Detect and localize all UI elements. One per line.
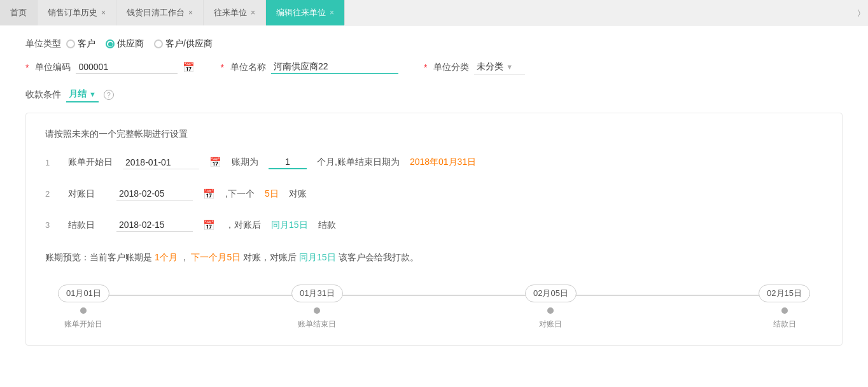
- tab-cash-work-label: 钱货日清工作台: [127, 7, 185, 18]
- tab-edit-partner[interactable]: 编辑往来单位 ×: [266, 0, 345, 25]
- tab-edit-partner-close[interactable]: ×: [330, 8, 334, 17]
- preview-part1: 1个月: [155, 252, 178, 262]
- radio-both[interactable]: 客户/供应商: [154, 38, 213, 50]
- tab-partner-close[interactable]: ×: [251, 8, 255, 17]
- radio-supplier[interactable]: 供应商: [106, 38, 144, 50]
- preview-suffix: 该客户会给我打款。: [339, 252, 419, 262]
- timeline-point-2: 02月05日 对账日: [525, 285, 577, 330]
- tab-partner[interactable]: 往来单位 ×: [204, 0, 266, 25]
- payment-help-icon[interactable]: ?: [104, 90, 114, 100]
- row-3-label: 结款日: [68, 220, 106, 231]
- payment-dropdown-icon: ▼: [89, 90, 96, 98]
- timeline-label-3: 结款日: [773, 319, 796, 330]
- row-2-highlight: 5日: [265, 188, 279, 200]
- timeline-points: 01月01日 账单开始日 01月31日 账单结束日 02月05日 对账日 02月…: [58, 285, 810, 330]
- timeline-container: 01月01日 账单开始日 01月31日 账单结束日 02月05日 对账日 02月…: [45, 285, 823, 330]
- row-2-label: 对账日: [68, 188, 106, 200]
- main-content: 单位类型 客户 供应商 客户/供应商 * 单位编码: [0, 25, 868, 387]
- row-2-num: 2: [45, 189, 58, 199]
- payment-condition-field: 收款条件 月结 ▼ ?: [25, 87, 114, 102]
- timeline-point-3: 02月15日 结款日: [759, 285, 810, 330]
- preview-sep1: ，: [180, 252, 189, 262]
- unit-code-label: 单位编码: [35, 62, 71, 73]
- timeline-label-0: 账单开始日: [64, 319, 102, 330]
- settings-row-1: 1 账单开始日 📅 账期为 个月,账单结束日期为 2018年01月31日: [45, 155, 823, 169]
- code-name-category-row: * 单位编码 📅 * 单位名称 * 单位分类 未分类 ▼: [25, 60, 843, 74]
- category-dropdown-icon: ▼: [506, 63, 513, 71]
- tab-cash-work-close[interactable]: ×: [188, 8, 193, 17]
- row-3-desc-prefix: ，对账后: [225, 220, 261, 231]
- tab-bar: 首页 销售订单历史 × 钱货日清工作台 × 往来单位 × 编辑往来单位 × 〉: [0, 0, 868, 25]
- timeline-dot-2: [547, 307, 554, 314]
- payment-condition-label: 收款条件: [25, 89, 61, 101]
- row-1-date-input[interactable]: [123, 156, 199, 169]
- row-3-num: 3: [45, 220, 58, 230]
- row-3-date-input[interactable]: [116, 218, 193, 232]
- timeline-dot-1: [314, 307, 320, 314]
- tab-sales-history-label: 销售订单历史: [48, 7, 97, 18]
- tab-partner-label: 往来单位: [214, 7, 247, 18]
- unit-category-value: 未分类: [477, 61, 503, 73]
- unit-type-field: 单位类型 客户 供应商 客户/供应商: [25, 38, 213, 50]
- tab-sales-history-close[interactable]: ×: [101, 8, 106, 17]
- timeline-bubble-0: 01月01日: [58, 285, 109, 302]
- row-3-desc-suffix: 结款: [318, 220, 336, 231]
- radio-both-label: 客户/供应商: [165, 38, 213, 50]
- preview-prefix: 账期预览：当前客户账期是: [45, 252, 152, 262]
- timeline-label-2: 对账日: [539, 319, 562, 330]
- row-1-label: 账单开始日: [68, 157, 113, 168]
- timeline-point-1: 01月31日 账单结束日: [291, 285, 343, 330]
- unit-name-input[interactable]: [271, 60, 398, 74]
- row-1-period-input[interactable]: [269, 155, 307, 169]
- radio-customer-circle: [66, 39, 75, 48]
- settings-row-2: 2 对账日 📅 ,下一个 5日 对账: [45, 187, 823, 201]
- payment-condition-value: 月结: [69, 88, 87, 100]
- settings-row-3: 3 结款日 📅 ，对账后 同月15日 结款: [45, 218, 823, 232]
- row-3-calendar-icon[interactable]: 📅: [203, 220, 215, 231]
- preview-part2: 下一个月5日: [191, 252, 241, 262]
- row-1-desc-before: 账期为: [232, 157, 258, 168]
- timeline-bubble-3: 02月15日: [759, 285, 810, 302]
- row-3-highlight: 同月15日: [271, 220, 308, 231]
- unit-name-label: 单位名称: [230, 62, 266, 73]
- row-2-calendar-icon[interactable]: 📅: [203, 188, 215, 200]
- timeline-point-0: 01月01日 账单开始日: [58, 285, 109, 330]
- payment-condition-select[interactable]: 月结 ▼: [66, 87, 99, 102]
- preview-section: 账期预览：当前客户账期是 1个月 ， 下一个月5日 对账，对账后 同月15日 该…: [45, 250, 823, 265]
- code-calendar-icon[interactable]: 📅: [183, 62, 195, 73]
- row-1-num: 1: [45, 158, 58, 167]
- tab-sales-history[interactable]: 销售订单历史 ×: [38, 0, 116, 25]
- name-required-star: *: [220, 62, 223, 73]
- unit-code-field: * 单位编码 📅: [25, 60, 195, 74]
- tab-home[interactable]: 首页: [0, 0, 38, 25]
- unit-type-radio-group: 客户 供应商 客户/供应商: [66, 38, 213, 50]
- unit-category-field: * 单位分类 未分类 ▼: [424, 60, 525, 74]
- timeline-bubble-2: 02月05日: [525, 285, 577, 302]
- payment-condition-row: 收款条件 月结 ▼ ?: [25, 87, 843, 102]
- unit-category-label: 单位分类: [433, 62, 469, 73]
- timeline-bubble-1: 01月31日: [291, 285, 343, 302]
- unit-category-select[interactable]: 未分类 ▼: [474, 60, 525, 74]
- category-required-star: *: [424, 62, 427, 73]
- radio-supplier-label: 供应商: [117, 38, 144, 50]
- unit-type-label: 单位类型: [25, 38, 61, 50]
- unit-code-input[interactable]: [76, 60, 178, 74]
- tab-cash-work[interactable]: 钱货日清工作台 ×: [116, 0, 204, 25]
- tab-edit-partner-label: 编辑往来单位: [276, 7, 326, 18]
- unit-type-row: 单位类型 客户 供应商 客户/供应商: [25, 38, 843, 50]
- timeline-dot-3: [781, 307, 788, 314]
- row-1-highlight: 2018年01月31日: [410, 157, 476, 168]
- tab-home-label: 首页: [10, 7, 27, 18]
- preview-part3: 同月15日: [299, 252, 336, 262]
- unit-name-field: * 单位名称: [220, 60, 398, 74]
- row-1-desc-after: 个月,账单结束日期为: [317, 157, 400, 168]
- preview-sep2: 对账，对账后: [243, 252, 297, 262]
- row-1-calendar-icon[interactable]: 📅: [209, 157, 221, 168]
- radio-customer-label: 客户: [78, 38, 95, 50]
- code-required-star: *: [25, 62, 29, 73]
- row-2-date-input[interactable]: [116, 187, 193, 201]
- radio-customer[interactable]: 客户: [66, 38, 95, 50]
- tab-more-arrow[interactable]: 〉: [850, 8, 868, 17]
- row-2-desc-suffix: 对账: [289, 188, 307, 200]
- radio-both-circle: [154, 39, 163, 48]
